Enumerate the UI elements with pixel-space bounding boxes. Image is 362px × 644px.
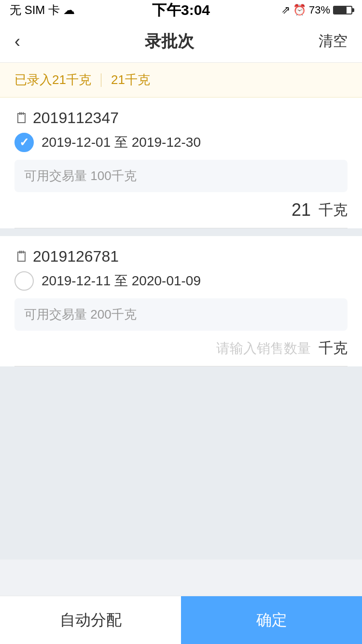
status-bar: 无 SIM 卡 ☁ 下午3:04 ⇗ ⏰ 73% (0, 0, 362, 20)
recorded-label: 已录入21千克 (14, 71, 91, 88)
batch2-number: 2019126781 (33, 248, 119, 266)
status-right: ⇗ ⏰ 73% (281, 4, 352, 16)
batch2-icon: 🗒 (14, 249, 29, 265)
batch1-icon: 🗒 (14, 110, 29, 126)
batch2-date-row[interactable]: 2019-12-11 至 2020-01-09 (14, 271, 348, 291)
batch2-unit: 千克 (319, 338, 348, 358)
batch1-number: 2019112347 (33, 109, 119, 127)
batch1-quantity-row: 21 千克 (14, 200, 348, 228)
batch1-quantity-value[interactable]: 21 (292, 200, 311, 220)
auto-distribute-button[interactable]: 自动分配 (0, 596, 181, 644)
batch2-input-inner: 请输入销售数量 千克 (14, 338, 348, 366)
batch2-available: 可用交易量 200千克 (14, 298, 348, 331)
gray-area (0, 366, 362, 560)
batch1-number-row: 🗒 2019112347 (14, 109, 348, 127)
batch1-unit: 千克 (319, 200, 348, 220)
sim-label: 无 SIM 卡 ☁ (10, 2, 75, 18)
status-left: 无 SIM 卡 ☁ (10, 2, 75, 18)
batch2-card: 🗒 2019126781 2019-12-11 至 2020-01-09 可用交… (0, 236, 362, 331)
batch1-available-text: 可用交易量 100千克 (24, 168, 137, 183)
batch2-input-row: 请输入销售数量 千克 (0, 331, 362, 366)
batch1-date: 2019-12-01 至 2019-12-30 (42, 133, 201, 152)
batch2-number-row: 🗒 2019126781 (14, 248, 348, 266)
batch1-radio[interactable] (14, 133, 34, 152)
back-button[interactable]: ‹ (14, 31, 20, 52)
batch2-date: 2019-12-11 至 2020-01-09 (42, 272, 201, 290)
batch2-input-placeholder: 请输入销售数量 (216, 339, 311, 358)
batch1-available: 可用交易量 100千克 (14, 160, 348, 192)
confirm-button[interactable]: 确定 (181, 596, 362, 644)
info-amount: 21千克 (111, 71, 150, 88)
batch2-available-text: 可用交易量 200千克 (24, 307, 137, 322)
batch1-quantity-container: 21 千克 (0, 192, 362, 228)
clear-button[interactable]: 清空 (319, 31, 348, 51)
nav-bar: ‹ 录批次 清空 (0, 20, 362, 63)
bottom-bar: 自动分配 确定 (0, 596, 362, 644)
card-separator-1 (0, 228, 362, 236)
battery-icon (333, 6, 352, 14)
batch2-radio[interactable] (14, 271, 34, 291)
location-icon: ⇗ (281, 4, 290, 16)
page-title: 录批次 (145, 30, 194, 53)
info-banner: 已录入21千克 21千克 (0, 63, 362, 98)
batch1-card: 🗒 2019112347 2019-12-01 至 2019-12-30 可用交… (0, 98, 362, 192)
info-divider (101, 73, 101, 87)
batch1-date-row[interactable]: 2019-12-01 至 2019-12-30 (14, 133, 348, 152)
battery-percent: 73% (309, 4, 330, 16)
alarm-icon: ⏰ (293, 4, 306, 16)
status-time: 下午3:04 (152, 0, 210, 20)
